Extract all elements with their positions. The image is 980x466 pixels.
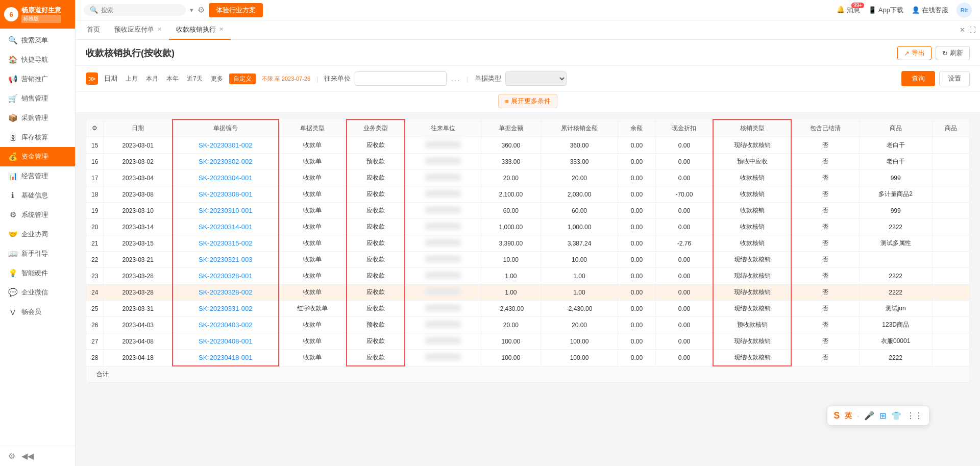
sidebar-item-hardware[interactable]: 💡智能硬件	[0, 263, 75, 283]
th-partner: 往来单位	[405, 119, 481, 137]
partner-value	[425, 337, 461, 344]
td-date: 2023-04-18	[104, 350, 173, 366]
sidebar-item-weixin[interactable]: 💬企业微信	[0, 283, 75, 302]
sidebar-item-label-hardware: 智能硬件	[21, 268, 48, 278]
sidebar-item-member[interactable]: V畅会员	[0, 302, 75, 322]
this-month-btn[interactable]: 本月	[144, 73, 160, 84]
doc-no-link[interactable]: SK-20230314-001	[199, 223, 253, 231]
export-button[interactable]: ↗ 导出	[897, 46, 932, 60]
page-title: 收款核销执行(按收款)	[86, 47, 175, 59]
doc-no-link[interactable]: SK-20230315-002	[199, 239, 253, 247]
basics-icon: ℹ	[8, 191, 17, 200]
sidebar-item-system[interactable]: ⚙系统管理	[0, 205, 75, 225]
sidebar-item-label-purchase: 采购管理	[21, 113, 48, 122]
more-options-dots[interactable]: ...	[451, 74, 460, 83]
sidebar-footer[interactable]: ⚙ ◀◀	[0, 446, 75, 466]
td-biz-type: 预收款	[347, 154, 405, 170]
td-amount: 333.00	[481, 154, 541, 170]
td-include-settled: 否	[791, 235, 859, 252]
sidebar-item-basics[interactable]: ℹ基础信息	[0, 186, 75, 205]
partner-value	[425, 239, 461, 246]
tab-receivable-close[interactable]: ✕	[157, 26, 162, 33]
expand-tab-icon[interactable]: ⛶	[969, 26, 976, 34]
doc-no-link[interactable]: SK-20230408-001	[199, 337, 253, 345]
tab-cancel[interactable]: 收款核销执行 ✕	[169, 20, 231, 40]
td-balance: 0.00	[618, 268, 655, 284]
sidebar-item-inventory[interactable]: 🗄库存核算	[0, 128, 75, 147]
apps-icon[interactable]: ⋮⋮	[906, 411, 923, 421]
sidebar-item-operations[interactable]: 📊经营管理	[0, 166, 75, 186]
doc-no-link[interactable]: SK-20230328-001	[199, 272, 253, 280]
this-year-btn[interactable]: 本年	[164, 73, 181, 84]
app-download-area[interactable]: 📱 App下载	[868, 6, 903, 15]
grid-icon[interactable]: ⊞	[879, 411, 886, 421]
last-month-btn[interactable]: 上月	[124, 73, 140, 84]
td-include-settled: 否	[791, 170, 859, 186]
td-cum-cancel: 100.00	[541, 350, 618, 366]
main-content: 🔍 ▾ ⚙ 体验行业方案 🔔 99+ 消息 📱 App下载 👤 在线客服 Rit	[76, 0, 980, 466]
sidebar-item-label-weixin: 企业微信	[21, 288, 48, 297]
mic-icon[interactable]: 🎤	[864, 411, 874, 421]
doc-no-link[interactable]: SK-20230331-002	[199, 305, 253, 312]
settings-button[interactable]: 设置	[939, 71, 970, 86]
td-cum-cancel: 2,030.00	[541, 186, 618, 203]
th-gear[interactable]: ⚙	[86, 119, 104, 137]
sidebar-item-label-guide: 新手引导	[21, 249, 48, 258]
doc-no-link[interactable]: SK-20230302-002	[199, 158, 253, 165]
last7days-btn[interactable]: 近7天	[185, 73, 205, 84]
query-button[interactable]: 查询	[901, 71, 935, 86]
guide-icon: 📖	[8, 249, 17, 258]
tab-cancel-close[interactable]: ✕	[219, 26, 224, 33]
doc-no-link[interactable]: SK-20230418-001	[199, 354, 253, 361]
sidebar-item-purchase[interactable]: 📦采购管理	[0, 108, 75, 128]
doc-no-link[interactable]: SK-20230304-001	[199, 174, 253, 182]
avatar[interactable]: Rit	[957, 3, 972, 18]
doc-no-link[interactable]: SK-20230310-001	[199, 207, 253, 214]
refresh-button[interactable]: ↻ 刷新	[936, 46, 970, 60]
search-input[interactable]	[101, 7, 173, 14]
table-row: 17 2023-03-04 SK-20230304-001 收款单 应收款 20…	[86, 170, 970, 186]
receipt-type-select[interactable]	[505, 71, 567, 86]
partner-value	[425, 304, 461, 311]
doc-no-link[interactable]: SK-20230308-001	[199, 190, 253, 198]
td-biz-type: 应收款	[347, 252, 405, 268]
dropdown-arrow-icon[interactable]: ▾	[190, 6, 193, 14]
float-brand-s: S	[834, 410, 840, 421]
settings-icon[interactable]: ⚙	[8, 451, 15, 461]
doc-no-link[interactable]: SK-20230321-003	[199, 256, 253, 263]
tab-home[interactable]: 首页	[80, 20, 107, 40]
expand-more-button[interactable]: ≡ 展开更多条件	[498, 94, 557, 108]
td-doc-type: 收款单	[279, 317, 347, 333]
sidebar-item-sales[interactable]: 🛒销售管理	[0, 89, 75, 108]
online-service-area[interactable]: 👤 在线客服	[912, 6, 948, 15]
td-include-settled: 否	[791, 252, 859, 268]
sidebar-item-enterprise[interactable]: 🤝企业协同	[0, 225, 75, 244]
tab-receivable[interactable]: 预收应应付单 ✕	[107, 20, 169, 40]
partner-input[interactable]	[355, 71, 447, 86]
td-balance: 0.00	[618, 137, 655, 154]
solution-button[interactable]: 体验行业方案	[209, 3, 263, 17]
td-balance: 0.00	[618, 186, 655, 203]
td-no: 18	[86, 186, 104, 203]
sidebar-item-label-enterprise: 企业协同	[21, 230, 48, 239]
doc-no-link[interactable]: SK-20230403-002	[199, 321, 253, 329]
sidebar-item-label-operations: 经营管理	[21, 171, 48, 181]
sidebar-item-search[interactable]: 🔍搜索菜单	[0, 31, 75, 50]
top-search-bar[interactable]: 🔍	[84, 4, 186, 16]
custom-date-button[interactable]: 自定义	[229, 73, 256, 84]
doc-no-link[interactable]: SK-20230301-002	[199, 141, 253, 149]
sidebar-item-guide[interactable]: 📖新手引导	[0, 244, 75, 263]
sidebar-item-finance[interactable]: 💰资金管理	[0, 147, 75, 166]
collapse-icon[interactable]: ◀◀	[21, 451, 34, 461]
filter-toggle-button[interactable]: ≫	[86, 72, 98, 85]
sidebar-item-marketing[interactable]: 📢营销推广	[0, 69, 75, 89]
more-date-btn[interactable]: 更多	[209, 73, 225, 84]
notification-area[interactable]: 🔔 99+ 消息	[837, 6, 860, 15]
td-cancel-type: 现结收款核销	[713, 301, 791, 317]
close-tab-icon[interactable]: ✕	[960, 26, 965, 34]
td-doc-no: SK-20230308-001	[173, 186, 279, 203]
doc-no-link[interactable]: SK-20230328-002	[199, 288, 253, 296]
sidebar-item-quicknav[interactable]: 🏠快捷导航	[0, 50, 75, 69]
shirt-icon[interactable]: 👕	[891, 411, 901, 421]
gear-icon[interactable]: ⚙	[198, 5, 205, 15]
